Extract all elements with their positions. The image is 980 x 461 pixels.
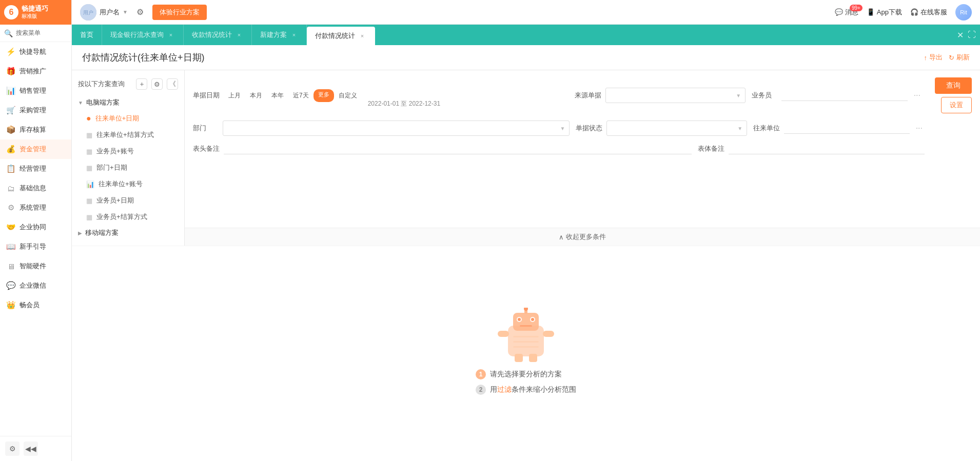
filter-settings-btn[interactable]: 设置 <box>941 97 972 113</box>
service-btn[interactable]: 🎧 在线客服 <box>910 8 947 17</box>
empty-state: 1 请先选择要分析的方案 2 用过滤条件来缩小分析范围 <box>72 246 980 461</box>
svg-rect-10 <box>520 325 532 327</box>
staff-input[interactable] <box>781 90 908 99</box>
search-label: 搜索菜单 <box>16 29 41 37</box>
scheme-add-btn[interactable]: ＋ <box>136 78 147 90</box>
export-btn[interactable]: ↑ 导出 <box>924 53 943 62</box>
filter-row-1: 单据日期 上月 本月 本年 近7天 更多 自定义 2 <box>193 77 972 113</box>
last-7days-btn[interactable]: 近7天 <box>288 89 313 102</box>
sidebar-item-purchase[interactable]: 🛒 采购管理 <box>0 101 71 120</box>
custom-date-btn[interactable]: 自定义 <box>334 89 362 102</box>
scheme-item-staff-settle[interactable]: ▦ 业务员+结算方式 <box>72 209 184 225</box>
trial-btn[interactable]: 体验行业方案 <box>152 5 207 20</box>
sidebar-item-enterprise[interactable]: 🤝 企业协同 <box>0 217 71 237</box>
header-note-input[interactable] <box>224 143 692 153</box>
sidebar-item-hardware[interactable]: 🖥 智能硬件 <box>0 256 71 276</box>
tab-payment-stat[interactable]: 收款情况统计 × <box>184 25 252 45</box>
scheme-table-icon-1: ▦ <box>86 131 92 139</box>
tab-bank-flow[interactable]: 现金银行流水查询 × <box>102 25 184 45</box>
content-area: 付款情况统计(往来单位+日期) ↑ 导出 ↻ 刷新 按以下方案查询 ＋ <box>72 45 980 461</box>
sidebar-item-quick-nav[interactable]: ⚡ 快捷导航 <box>0 42 71 62</box>
tab-payment-stat-close[interactable]: × <box>235 31 243 39</box>
sidebar-item-basic-info[interactable]: 🗂 基础信息 <box>0 178 71 198</box>
scheme-item-unit-settle[interactable]: ▦ 往来单位+结算方式 <box>72 127 184 143</box>
scheme-item-dept-date[interactable]: ▦ 部门+日期 <box>72 159 184 176</box>
scheme-item-unit-settle-label: 往来单位+结算方式 <box>96 130 154 139</box>
scheme-item-staff-account[interactable]: ▦ 业务员+账号 <box>72 143 184 159</box>
staff-field-label: 业务员 <box>752 91 777 100</box>
tab-home[interactable]: 首页 <box>72 25 102 45</box>
tab-payment-detail-close[interactable]: × <box>358 32 366 40</box>
header-note-input-wrap <box>224 143 692 154</box>
partner-more-icon[interactable]: ··· <box>914 124 925 133</box>
svg-text:用户: 用户 <box>83 10 93 15</box>
sidebar-item-weixin[interactable]: 💬 企业微信 <box>0 276 71 295</box>
this-month-btn[interactable]: 本月 <box>245 89 267 102</box>
filter-panel: 按以下方案查询 ＋ ⚙ 《 ▼ 电脑端方案 ● 往来单位+日期 <box>72 70 980 246</box>
topbar-gear-icon[interactable]: ⚙ <box>133 5 147 19</box>
body-note-field-group: 表体备注 <box>698 143 925 154</box>
sidebar-search[interactable]: 🔍 搜索菜单 <box>0 25 71 42</box>
scheme-item-staff-date[interactable]: ▦ 业务员+日期 <box>72 192 184 209</box>
tab-bank-flow-close[interactable]: × <box>167 31 175 39</box>
filter-fields-area: 单据日期 上月 本月 本年 近7天 更多 自定义 2 <box>185 70 980 246</box>
tab-close-all-icon[interactable]: ✕ <box>957 30 964 40</box>
notice-btn[interactable]: 💬 消息 99+ <box>835 8 858 17</box>
scheme-settings-btn[interactable]: ⚙ <box>151 78 163 90</box>
partner-input[interactable] <box>784 123 909 132</box>
scheme-collapse-btn[interactable]: 《 <box>167 78 178 90</box>
tab-new-plan[interactable]: 新建方案 × <box>252 25 307 45</box>
refresh-btn[interactable]: ↻ 刷新 <box>949 53 970 62</box>
tab-expand-icon[interactable]: ⛶ <box>968 30 976 39</box>
sidebar-item-finance[interactable]: 💰 资金管理 <box>0 139 71 159</box>
dept-select[interactable]: ▼ <box>223 121 570 136</box>
scheme-item-staff-account-label: 业务员+账号 <box>96 147 134 156</box>
settings-footer-btn[interactable]: ⚙ <box>5 442 19 456</box>
scheme-item-dept-date-label: 部门+日期 <box>96 163 127 172</box>
tip-highlight: 过滤 <box>497 385 512 393</box>
operations-icon: 📋 <box>6 164 15 173</box>
user-avatar-top[interactable]: Rit <box>955 4 972 21</box>
sidebar-item-member[interactable]: 👑 畅会员 <box>0 295 71 315</box>
scheme-group-desktop[interactable]: ▼ 电脑端方案 <box>72 95 184 110</box>
source-chevron-icon: ▼ <box>736 93 741 98</box>
sidebar-item-inventory[interactable]: 📦 库存核算 <box>0 120 71 139</box>
tab-new-plan-close[interactable]: × <box>290 31 298 39</box>
collapse-sidebar-btn[interactable]: ◀◀ <box>24 442 38 456</box>
app-download-btn[interactable]: 📱 App下载 <box>867 8 902 17</box>
sidebar-item-system[interactable]: ⚙ 系统管理 <box>0 198 71 217</box>
app-label: App下载 <box>877 8 902 17</box>
app-icon: 📱 <box>867 8 875 16</box>
sidebar-item-operations[interactable]: 📋 经营管理 <box>0 159 71 178</box>
purchase-icon: 🛒 <box>6 106 15 115</box>
sidebar-item-marketing[interactable]: 🎁 营销推广 <box>0 62 71 81</box>
tab-payment-detail-label: 付款情况统计 <box>315 31 355 41</box>
sidebar-item-sales[interactable]: 📊 销售管理 <box>0 81 71 101</box>
scheme-item-unit-date[interactable]: ● 往来单位+日期 <box>72 110 184 127</box>
more-date-btn[interactable]: 更多 <box>313 89 334 102</box>
doc-status-field-group: 单据状态 ▼ <box>576 121 747 136</box>
doc-status-select[interactable]: ▼ <box>606 121 747 136</box>
tab-payment-detail[interactable]: 付款情况统计 × <box>307 27 375 45</box>
tabbar-actions: ✕ ⛶ <box>953 25 980 45</box>
filter-row-2: 部门 ▼ 单据状态 ▼ <box>193 121 972 136</box>
source-select[interactable]: ▼ <box>605 88 746 103</box>
query-btn[interactable]: 查询 <box>935 77 972 94</box>
scheme-table-icon-4: ▦ <box>86 197 92 205</box>
last-month-btn[interactable]: 上月 <box>224 89 245 102</box>
finance-label: 资金管理 <box>19 145 46 154</box>
export-icon: ↑ <box>924 54 928 62</box>
body-note-input[interactable] <box>729 143 925 153</box>
svg-rect-17 <box>513 346 539 348</box>
collapse-more-btn[interactable]: ∧ 收起更多条件 <box>185 228 980 246</box>
sidebar-item-guide[interactable]: 📖 新手引导 <box>0 237 71 256</box>
guide-icon: 📖 <box>6 242 15 251</box>
user-area[interactable]: 用户 用户名 ▼ <box>80 4 128 21</box>
robot-illustration <box>495 308 557 364</box>
staff-more-icon[interactable]: ··· <box>912 91 923 100</box>
this-year-btn[interactable]: 本年 <box>267 89 288 102</box>
group-arrow-icon: ▼ <box>78 100 83 106</box>
scheme-item-unit-account[interactable]: 📊 往来单位+账号 <box>72 176 184 192</box>
scheme-group-mobile[interactable]: ▶ 移动端方案 <box>72 225 184 240</box>
logo-icon: 6 <box>4 5 18 19</box>
